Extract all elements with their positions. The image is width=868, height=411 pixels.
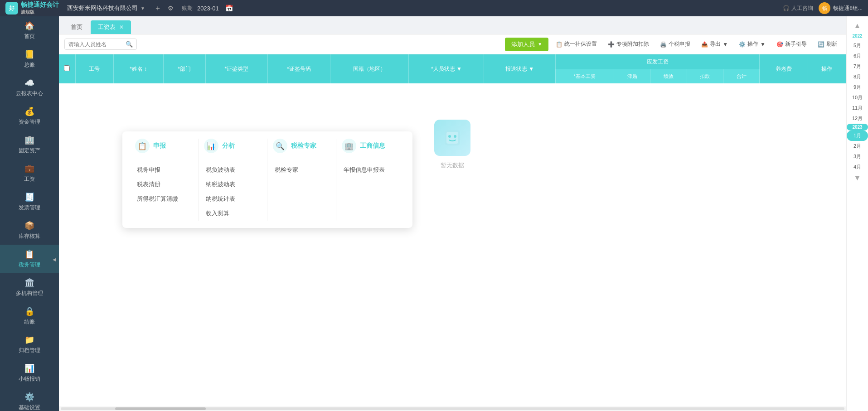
assets-icon: 🏢 [24, 135, 34, 145]
declaration-title: 申报 [153, 142, 166, 150]
menu-item-tax-burden[interactable]: 税负波动表 [204, 163, 262, 177]
menu-section-business: 🏢 工商信息 年报信息申报表 [336, 139, 405, 221]
th-report-status: 报送状态 ▼ [484, 54, 555, 83]
sidebar-item-cloud[interactable]: ☁️ 云报表中心 [0, 73, 59, 102]
svg-point-2 [448, 135, 451, 138]
company-selector[interactable]: 西安虾米网络科技有限公司 ▼ [63, 2, 149, 14]
timeline-month-1[interactable]: 1月 [847, 131, 868, 141]
add-person-label: 添加人员 [511, 40, 535, 48]
th-bonus: 津贴 [614, 69, 650, 83]
report-icon: 📊 [24, 363, 34, 373]
social-insurance-button[interactable]: 📋 统一社保设置 [552, 39, 601, 50]
menu-section-declaration: 📋 申报 税务申报 税表清册 所得税汇算清缴 [130, 139, 199, 221]
search-input[interactable] [68, 41, 123, 48]
tab-home[interactable]: 首页 [63, 20, 90, 34]
menu-item-annual-report[interactable]: 年报信息申报表 [342, 163, 400, 177]
invoice-icon: 🧾 [24, 192, 34, 202]
salary-icon: 💼 [24, 164, 34, 174]
menu-section-declaration-header: 📋 申报 [135, 139, 193, 157]
th-nationality: 国籍（地区） [330, 54, 409, 83]
plus-icon: ➕ [608, 41, 615, 48]
business-title: 工商信息 [360, 142, 385, 150]
menu-item-tax-form[interactable]: 税表清册 [135, 177, 193, 192]
expert-title: 税检专家 [291, 142, 316, 150]
menu-section-analysis-header: 📊 分析 [204, 139, 262, 157]
refresh-button[interactable]: 🔄 刷新 [814, 39, 841, 50]
home-icon: 🏠 [24, 21, 34, 31]
menu-item-income-calc[interactable]: 收入测算 [204, 206, 262, 221]
headset-icon: 🎧 [783, 5, 790, 11]
sidebar-item-close[interactable]: 🔒 结账 [0, 302, 59, 330]
th-salary-group: 应发工资 [555, 54, 760, 69]
menu-item-tax-declare[interactable]: 税务申报 [135, 163, 193, 177]
inventory-icon: 📦 [24, 221, 34, 231]
operate-button[interactable]: ⚙️ 操作 ▼ [735, 39, 769, 50]
scroll-down-button[interactable]: ▼ [852, 172, 863, 184]
th-status: *人员状态 ▼ [409, 54, 484, 83]
settings-icon[interactable]: ⚙ [168, 5, 174, 12]
company-name: 西安虾米网络科技有限公司 [67, 4, 138, 12]
sidebar-item-assets[interactable]: 🏢 固定资产 [0, 131, 59, 159]
select-all-checkbox[interactable] [64, 65, 70, 71]
menu-section-expert: 🔍 税检专家 税检专家 [267, 139, 336, 221]
bottom-scrollbar[interactable] [59, 406, 846, 411]
no-data-icon [434, 120, 470, 156]
app-sub: 旗舰版 [21, 9, 59, 15]
search-wrap[interactable]: 🔍 [64, 39, 137, 50]
special-deduct-button[interactable]: ➕ 专项附加扣除 [604, 39, 653, 50]
timeline-month-7[interactable]: 7月 [847, 61, 868, 72]
timeline-month-11[interactable]: 11月 [847, 103, 868, 113]
guide-button[interactable]: 🎯 新手引导 [773, 39, 810, 50]
sidebar-item-home[interactable]: 🏠 首页 [0, 16, 59, 45]
sidebar-item-multi[interactable]: 🏛️ 多机构管理 [0, 273, 59, 302]
th-base-salary: *基本工资 [555, 69, 614, 83]
timeline-month-3[interactable]: 3月 [847, 151, 868, 162]
add-company-button[interactable]: ＋ [154, 4, 161, 13]
menu-item-tax-stats[interactable]: 纳税统计表 [204, 192, 262, 206]
social-insurance-icon: 📋 [556, 41, 563, 48]
tab-close-button[interactable]: ✕ [119, 24, 124, 30]
timeline-month-5[interactable]: 5月 [847, 40, 868, 51]
menu-item-tax-payment[interactable]: 纳税波动表 [204, 177, 262, 192]
timeline-month-10[interactable]: 10月 [847, 92, 868, 103]
svg-point-3 [454, 135, 456, 138]
export-arrow-icon: ▼ [723, 41, 728, 48]
add-person-button[interactable]: 添加人员 ▼ [505, 38, 548, 51]
service-button[interactable]: 🎧 人工咨询 [783, 5, 813, 12]
timeline-month-12[interactable]: 12月 [847, 113, 868, 124]
calendar-icon[interactable]: 📅 [225, 5, 233, 12]
export-button[interactable]: 📤 导出 ▼ [698, 39, 732, 50]
sidebar-item-report[interactable]: 📊 小畅报销 [0, 359, 59, 387]
timeline-month-8[interactable]: 8月 [847, 72, 868, 82]
tab-salary[interactable]: 工资表 ✕ [91, 20, 131, 34]
sidebar-item-ledger[interactable]: 📒 总账 [0, 45, 59, 73]
sidebar-arrow-icon: ◀ [53, 256, 56, 261]
sidebar: 🏠 首页 📒 总账 ☁️ 云报表中心 💰 资金管理 🏢 固定资产 💼 工资 🧾 … [0, 16, 59, 411]
sidebar-item-settings[interactable]: ⚙️ 基础设置 [0, 387, 59, 411]
timeline-month-4[interactable]: 4月 [847, 162, 868, 172]
th-deduction: 扣款 [687, 69, 723, 83]
th-name: *姓名 ↕ [113, 54, 163, 83]
sidebar-item-funds[interactable]: 💰 资金管理 [0, 102, 59, 131]
menu-item-tax-expert[interactable]: 税检专家 [273, 163, 330, 177]
operate-icon: ⚙️ [739, 41, 746, 48]
svg-rect-1 [446, 132, 458, 144]
sidebar-item-salary[interactable]: 💼 工资 [0, 159, 59, 188]
sidebar-item-invoice[interactable]: 🧾 发票管理 [0, 188, 59, 216]
cloud-icon: ☁️ [24, 78, 34, 88]
timeline-month-6[interactable]: 6月 [847, 51, 868, 61]
sidebar-item-archive[interactable]: 📁 归档管理 [0, 330, 59, 359]
timeline-month-9[interactable]: 9月 [847, 82, 868, 92]
menu-item-income-tax[interactable]: 所得税汇算清缴 [135, 192, 193, 206]
th-pension: 养老费 [760, 54, 808, 83]
scrollbar-thumb[interactable] [115, 407, 206, 410]
timeline-month-2[interactable]: 2月 [847, 141, 868, 151]
th-total: 合计 [723, 69, 760, 83]
sidebar-item-inventory[interactable]: 📦 库存核算 [0, 216, 59, 245]
user-info[interactable]: 畅 畅捷通8组... [819, 2, 863, 14]
th-check[interactable] [59, 54, 75, 83]
tax-return-button[interactable]: 🖨️ 个税申报 [656, 39, 694, 50]
scroll-up-button[interactable]: ▲ [852, 20, 863, 32]
table-wrap: 工号 *姓名 ↕ *部门 *证鉴类型 *证鉴号码 国籍（地区） *人员状态 ▼ … [59, 54, 846, 406]
sidebar-item-tax[interactable]: 📋 税务管理 ◀ [0, 245, 59, 273]
